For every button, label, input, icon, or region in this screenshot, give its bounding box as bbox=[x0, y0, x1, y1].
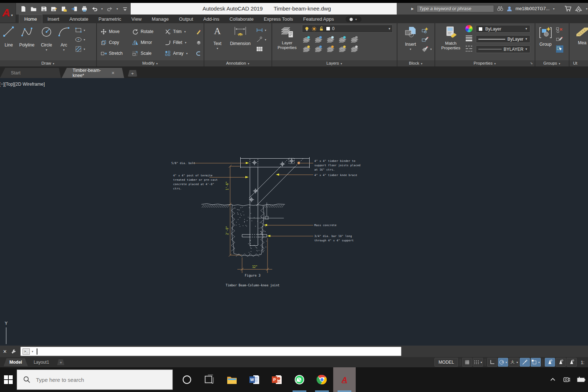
group-button[interactable]: Group bbox=[538, 25, 554, 54]
layer-color-swatch[interactable] bbox=[326, 26, 330, 31]
scale-tool[interactable]: Scale bbox=[132, 48, 164, 59]
chevron-down-icon[interactable]: ▼ bbox=[83, 48, 86, 50]
windows-search-box[interactable] bbox=[17, 369, 173, 390]
trim-tool[interactable]: Trim▼ bbox=[165, 26, 196, 37]
insert-block-button[interactable]: Insert ▼ bbox=[403, 25, 418, 54]
rectangle-tool[interactable] bbox=[75, 26, 82, 34]
windows-search-input[interactable] bbox=[36, 377, 156, 383]
mirror-tool[interactable]: Mirror bbox=[132, 37, 164, 48]
layer-on-bulb-icon[interactable] bbox=[304, 26, 310, 32]
command-input[interactable]: >_ ▼ bbox=[20, 347, 401, 356]
chevron-down-icon[interactable]: ▼ bbox=[516, 361, 519, 364]
panel-label-annotation[interactable]: Annotation ▼ bbox=[204, 60, 271, 66]
qat-customize-button[interactable] bbox=[121, 4, 129, 13]
model-tab[interactable]: Model bbox=[4, 358, 28, 366]
move-tool[interactable]: Move bbox=[101, 26, 132, 37]
panel-label-utilities[interactable]: Ut bbox=[569, 60, 588, 66]
chevron-down-icon[interactable]: ▼ bbox=[505, 361, 508, 364]
measure-button[interactable]: Mea bbox=[569, 23, 588, 45]
infocenter-expand-icon[interactable]: ▶ bbox=[411, 7, 414, 11]
layer-walk-tool[interactable] bbox=[350, 45, 359, 52]
file-tab-start[interactable]: Start bbox=[0, 68, 61, 78]
leader-tool[interactable] bbox=[256, 36, 263, 43]
linetype-dropdown[interactable]: BYLAYER ▼ bbox=[476, 45, 530, 53]
word-taskbar-button[interactable] bbox=[243, 367, 266, 392]
panel-label-block[interactable]: Block ▼ bbox=[397, 60, 434, 66]
create-block-tool[interactable] bbox=[421, 26, 429, 34]
ribbon-tab-collaborate[interactable]: Collaborate bbox=[224, 15, 259, 23]
circle-tool[interactable]: Circle ▼ bbox=[38, 25, 54, 54]
layer-lock-tool[interactable] bbox=[338, 35, 347, 42]
text-tool[interactable]: Text ▼ bbox=[210, 25, 225, 54]
open-folder-button[interactable] bbox=[29, 4, 38, 13]
battery-icon[interactable] bbox=[577, 376, 586, 383]
ellipse-tool[interactable] bbox=[75, 36, 82, 43]
lineweight-dropdown[interactable]: ByLayer ▼ bbox=[476, 35, 530, 43]
chevron-down-icon[interactable]: ▼ bbox=[185, 52, 188, 55]
hatch-tool[interactable] bbox=[75, 45, 82, 53]
model-space-toggle[interactable]: MODEL bbox=[434, 358, 458, 367]
help-search-input[interactable] bbox=[417, 5, 494, 12]
annotation-scale-button[interactable] bbox=[567, 358, 577, 367]
join-tool[interactable] bbox=[196, 48, 204, 59]
batch-plot-button[interactable] bbox=[60, 4, 68, 13]
whatsapp-taskbar-button[interactable] bbox=[288, 367, 311, 392]
explode-tool[interactable] bbox=[196, 37, 204, 48]
close-command-line-icon[interactable]: ✕ bbox=[3, 349, 7, 354]
ortho-mode-button[interactable] bbox=[487, 358, 497, 367]
layer-thaw-tool[interactable] bbox=[326, 45, 335, 52]
export-button[interactable] bbox=[70, 4, 78, 13]
layer-unlock-icon[interactable] bbox=[319, 26, 324, 32]
isometric-drafting-button[interactable]: ▼ bbox=[509, 358, 519, 367]
ribbon-tab-manage[interactable]: Manage bbox=[147, 15, 174, 23]
model-space-canvas[interactable]: [−][Top][2D Wireframe] bbox=[0, 78, 588, 346]
layer-order-tool[interactable] bbox=[350, 35, 359, 42]
ribbon-tab-home[interactable]: Home bbox=[19, 15, 42, 23]
a360-connect-icon[interactable] bbox=[575, 5, 583, 12]
panel-label-modify[interactable]: Modify ▼ bbox=[97, 60, 204, 66]
file-tab-document[interactable]: Timber-beam-knee* ✕ bbox=[62, 68, 124, 78]
color-wheel-icon[interactable] bbox=[465, 25, 473, 32]
erase-tool[interactable] bbox=[196, 26, 204, 37]
start-button[interactable] bbox=[0, 367, 17, 392]
screen-record-icon[interactable] bbox=[563, 376, 571, 384]
object-snap-tracking-button[interactable] bbox=[520, 358, 530, 367]
layer-properties-button[interactable]: Layer Properties bbox=[276, 25, 298, 52]
ribbon-tab-add-ins[interactable]: Add-ins bbox=[198, 15, 224, 23]
layer-off-tool[interactable] bbox=[302, 45, 311, 52]
chevron-down-icon[interactable]: ▼ bbox=[264, 38, 267, 41]
layer-unisolate-tool[interactable] bbox=[314, 45, 323, 52]
cortana-taskbar-button[interactable] bbox=[176, 367, 198, 392]
group-edit-tool[interactable] bbox=[556, 36, 563, 43]
user-menu-chevron-icon[interactable]: ▼ bbox=[552, 8, 555, 10]
chevron-down-icon[interactable]: ▼ bbox=[100, 8, 104, 10]
ribbon-tab-express-tools[interactable]: Express Tools bbox=[259, 15, 298, 23]
powerpoint-taskbar-button[interactable] bbox=[266, 367, 288, 392]
snap-mode-button[interactable]: ▼ bbox=[473, 358, 483, 367]
rotate-tool[interactable]: Rotate bbox=[132, 26, 164, 37]
search-binoculars-icon[interactable] bbox=[497, 5, 503, 12]
chevron-down-icon[interactable]: ▼ bbox=[83, 38, 86, 41]
ribbon-tab-annotate[interactable]: Annotate bbox=[64, 15, 93, 23]
define-attributes-tool[interactable] bbox=[421, 45, 429, 53]
chevron-down-icon[interactable]: ▼ bbox=[264, 29, 267, 32]
layer-isolate-tool[interactable] bbox=[314, 35, 323, 42]
signin-user-icon[interactable] bbox=[506, 6, 513, 12]
ungroup-tool[interactable] bbox=[556, 26, 563, 34]
fillet-tool[interactable]: Fillet▼ bbox=[165, 37, 196, 48]
file-explorer-taskbar-button[interactable] bbox=[221, 367, 243, 392]
group-selection-toggle[interactable] bbox=[556, 45, 564, 53]
table-tool[interactable] bbox=[256, 45, 263, 53]
panel-label-properties[interactable]: Properties ▼ ⇘ bbox=[435, 60, 535, 66]
chevron-down-icon[interactable]: ▼ bbox=[63, 48, 65, 52]
save-button[interactable] bbox=[39, 4, 48, 13]
new-file-button[interactable] bbox=[19, 4, 28, 13]
grid-display-button[interactable] bbox=[462, 358, 472, 367]
signed-in-username[interactable]: me18b002TG7... bbox=[515, 6, 550, 11]
save-as-button[interactable] bbox=[49, 4, 58, 13]
chevron-down-icon[interactable]: ▼ bbox=[115, 8, 119, 10]
annotation-visibility-button[interactable] bbox=[545, 358, 555, 367]
linear-dimension-tool[interactable] bbox=[256, 26, 263, 34]
line-tool[interactable]: Line bbox=[2, 25, 15, 54]
chevron-down-icon[interactable]: ▼ bbox=[409, 47, 412, 52]
